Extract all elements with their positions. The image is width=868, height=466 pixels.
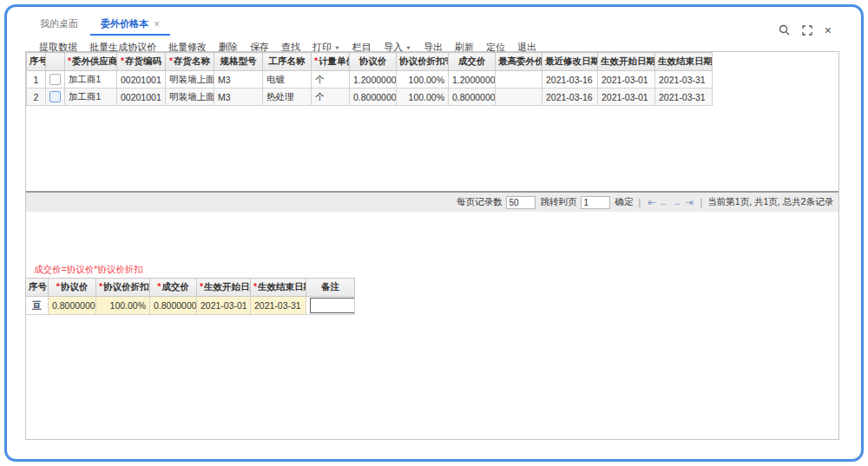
required-marker: * <box>169 56 173 66</box>
cell[interactable]: 1.20000000 <box>449 71 496 89</box>
checkbox-cell[interactable] <box>46 89 65 106</box>
column-header-label: 备注 <box>321 281 339 292</box>
cell[interactable] <box>496 89 542 106</box>
cell[interactable]: 00201001 <box>117 71 166 89</box>
fullscreen-icon[interactable] <box>802 25 812 36</box>
column-header[interactable]: *生效结束日期 <box>251 279 306 297</box>
cell[interactable]: 1.20000000 <box>350 71 397 89</box>
tab-close-icon[interactable]: × <box>154 20 160 29</box>
column-header[interactable]: *存货名称 <box>166 53 214 71</box>
cell[interactable]: 0.80000000 <box>350 89 397 106</box>
detail-grid-table: 序号*协议价*协议价折扣%*成交价*生效开始日期*生效结束日期备注亘0.8000… <box>26 278 355 315</box>
cell[interactable]: 0.80000000 <box>150 297 197 315</box>
column-header[interactable]: 生效开始日期 <box>598 53 655 71</box>
column-header[interactable]: *存货编码 <box>117 53 166 71</box>
column-header[interactable]: *成交价 <box>150 279 197 297</box>
cell[interactable]: 2021-03-31 <box>655 89 713 106</box>
cell[interactable]: 个 <box>312 89 350 106</box>
column-header-label: 序号 <box>29 281 47 292</box>
column-header-label: 生效开始日期 <box>601 56 655 66</box>
column-header[interactable]: 协议价 <box>350 53 397 71</box>
search-icon[interactable] <box>779 24 790 36</box>
cell[interactable]: 个 <box>312 71 350 89</box>
cell[interactable]: 明装墙上面... <box>166 71 214 89</box>
cell[interactable]: 加工商1 <box>65 89 117 106</box>
page-size-input[interactable] <box>506 196 536 209</box>
column-header-label: 成交价 <box>458 56 486 66</box>
cell[interactable]: 2021-03-16 <box>542 71 598 89</box>
prev-page-icon[interactable]: ← <box>659 197 668 207</box>
required-marker: * <box>200 281 203 292</box>
column-header-label: 最高委外价 <box>498 56 542 66</box>
column-header-label: 生效开始日期 <box>204 281 250 292</box>
column-header-label: 生效结束日期 <box>258 281 306 292</box>
last-page-icon[interactable]: ⇥ <box>685 197 693 207</box>
window-controls: × <box>779 24 832 36</box>
tab-my-desktop[interactable]: 我的桌面 <box>30 15 89 36</box>
required-marker: * <box>121 56 124 66</box>
row-checkbox[interactable] <box>49 91 61 102</box>
column-header[interactable]: *协议价 <box>49 279 96 297</box>
cell[interactable]: 电镀 <box>263 71 312 89</box>
row-index[interactable]: 2 <box>27 89 46 106</box>
main-grid-table: 序号*委外供应商*存货编码*存货名称规格型号工序名称*计量单位协议价协议价折扣%… <box>26 52 713 106</box>
chevron-down-icon: ▼ <box>405 44 411 49</box>
cell[interactable]: 100.00% <box>397 71 449 89</box>
cell[interactable]: 00201001 <box>117 89 166 106</box>
pagination-nav: ⇤←→⇥ <box>646 197 694 208</box>
column-header[interactable] <box>46 53 65 71</box>
goto-page-input[interactable] <box>581 196 610 209</box>
remark-input[interactable] <box>310 298 355 313</box>
cell[interactable]: M3 <box>214 89 263 106</box>
row-index[interactable]: 1 <box>27 71 46 89</box>
pagination-bar: 每页记录数 跳转到页 确定 | ⇤←→⇥ | 当前第1页, 共1页, 总共2条记… <box>26 193 838 212</box>
cell[interactable]: 明装墙上面... <box>166 89 214 106</box>
column-header[interactable]: 成交价 <box>449 53 496 71</box>
close-icon[interactable]: × <box>825 25 832 36</box>
row-checkbox[interactable] <box>49 74 61 85</box>
cell[interactable]: 0.80000000 <box>49 297 96 315</box>
cell[interactable] <box>496 71 542 89</box>
column-header[interactable]: 工序名称 <box>263 53 312 71</box>
column-header[interactable]: 序号 <box>26 279 49 297</box>
cell[interactable]: M3 <box>214 71 263 89</box>
column-header-label: 存货编码 <box>125 56 161 66</box>
column-header[interactable]: 序号 <box>27 53 46 71</box>
cell[interactable]: 2021-03-01 <box>197 297 251 315</box>
chevron-down-icon: ▼ <box>334 44 340 49</box>
confirm-button[interactable]: 确定 <box>615 196 633 208</box>
cell[interactable]: 加工商1 <box>65 71 117 89</box>
cell[interactable]: 2021-03-16 <box>542 89 598 106</box>
cell[interactable]: 2021-03-01 <box>598 89 655 106</box>
cell[interactable]: 100.00% <box>96 297 150 315</box>
column-header[interactable]: 生效结束日期 <box>655 53 713 71</box>
cell[interactable]: 100.00% <box>397 89 449 106</box>
column-header[interactable]: 规格型号 <box>214 53 263 71</box>
cell[interactable]: 0.80000000 <box>449 89 496 106</box>
tab-label: 委外价格本 <box>101 17 148 30</box>
column-header[interactable]: *委外供应商 <box>65 53 117 71</box>
checkbox-cell[interactable] <box>46 71 65 89</box>
detail-grid: 序号*协议价*协议价折扣%*成交价*生效开始日期*生效结束日期备注亘0.8000… <box>26 278 355 315</box>
column-header-label: 序号 <box>30 56 46 66</box>
row-edit-cell[interactable]: 亘 <box>26 297 49 315</box>
column-header-label: 规格型号 <box>220 56 257 66</box>
cell[interactable]: 热处理 <box>263 89 312 106</box>
next-page-icon[interactable]: → <box>672 197 681 207</box>
cell[interactable]: 2021-03-01 <box>598 71 655 89</box>
column-header[interactable]: 协议价折扣% <box>397 53 449 71</box>
column-header[interactable]: 最近修改日期 <box>542 53 598 71</box>
first-page-icon[interactable]: ⇤ <box>648 197 655 207</box>
remark-cell[interactable] <box>306 297 355 315</box>
column-header[interactable]: *计量单位 <box>312 53 350 71</box>
required-marker: * <box>68 56 71 66</box>
column-header[interactable]: 最高委外价 <box>496 53 542 71</box>
column-header[interactable]: *生效开始日期 <box>197 279 251 297</box>
column-header-label: 协议价 <box>61 281 89 292</box>
column-header[interactable]: 备注 <box>306 279 355 297</box>
cell[interactable]: 2021-03-31 <box>251 297 306 315</box>
required-marker: * <box>99 281 102 292</box>
column-header[interactable]: *协议价折扣% <box>96 279 150 297</box>
cell[interactable]: 2021-03-31 <box>655 71 713 89</box>
tab-outsourcing-price-book[interactable]: 委外价格本× <box>90 15 170 36</box>
